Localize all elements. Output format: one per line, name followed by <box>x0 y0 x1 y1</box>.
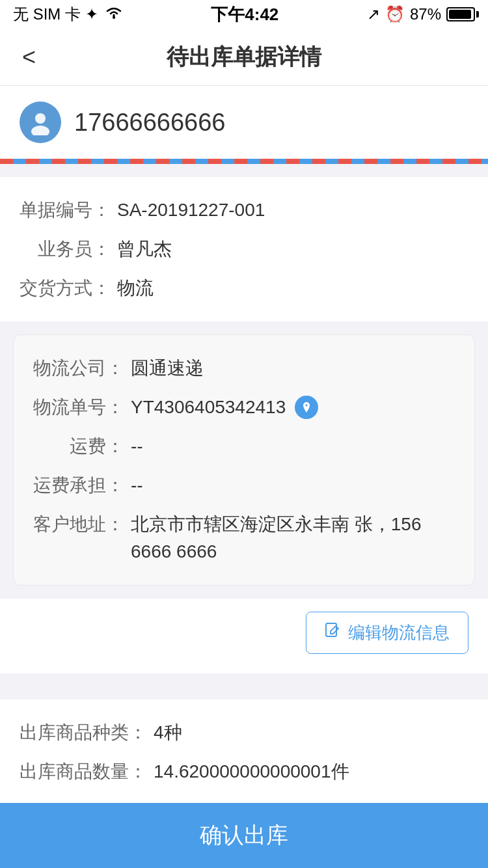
back-button[interactable]: < <box>16 37 42 77</box>
customer-header: 17666666666 <box>0 86 488 159</box>
logistics-address-row: 客户地址： 北京市市辖区海淀区永丰南 张，156 6666 6666 <box>33 511 455 565</box>
section-gap-1 <box>0 164 488 177</box>
nav-bar: < 待出库单据详情 <box>0 29 488 86</box>
sim-status: 无 SIM 卡 ✦ <box>13 4 98 25</box>
logistics-freight-bearer-label: 运费承担： <box>33 472 124 499</box>
document-info-section: 单据编号： SA-20191227-001 业务员： 曾凡杰 交货方式： 物流 <box>0 177 488 321</box>
svg-point-1 <box>35 113 46 124</box>
alarm-icon: ⏰ <box>385 5 405 23</box>
svg-point-0 <box>113 16 115 19</box>
battery-percent: 87% <box>410 5 441 23</box>
battery-icon <box>446 7 475 21</box>
document-number-value: SA-20191227-001 <box>117 197 468 224</box>
document-number-row: 单据编号： SA-20191227-001 <box>20 197 468 224</box>
delivery-value: 物流 <box>117 275 468 302</box>
dashed-divider <box>0 159 488 164</box>
logistics-card: 物流公司： 圆通速递 物流单号： YT43064053424​13 运费： --… <box>13 334 475 586</box>
location-status-icon: ↗ <box>367 5 380 23</box>
edit-logistics-button[interactable]: 编辑物流信息 <box>306 612 468 654</box>
confirm-button[interactable]: 确认出库 <box>0 803 488 868</box>
staff-row: 业务员： 曾凡杰 <box>20 236 468 263</box>
goods-quantity-label: 出库商品数量： <box>20 758 147 785</box>
logistics-tracking-value-container: YT43064053424​13 <box>131 394 455 421</box>
goods-type-label: 出库商品种类： <box>20 719 147 746</box>
logistics-address-label: 客户地址： <box>33 511 124 538</box>
logistics-freight-value: -- <box>131 433 455 460</box>
logistics-company-label: 物流公司： <box>33 355 124 382</box>
delivery-row: 交货方式： 物流 <box>20 275 468 302</box>
location-icon-button[interactable] <box>295 396 318 419</box>
staff-value: 曾凡杰 <box>117 236 468 263</box>
status-bar: 无 SIM 卡 ✦ 下午4:42 ↗ ⏰ 87% <box>0 0 488 29</box>
section-gap-2 <box>0 673 488 686</box>
logistics-freight-bearer-value: -- <box>131 472 455 499</box>
goods-type-value: 4种 <box>154 719 468 746</box>
confirm-button-label: 确认出库 <box>200 821 288 850</box>
edit-logistics-container: 编辑物流信息 <box>0 599 488 673</box>
goods-quantity-row: 出库商品数量： 14.620000000000001件 <box>20 758 468 785</box>
logistics-tracking-value: YT43064053424​13 <box>131 394 286 421</box>
page-title: 待出库单据详情 <box>167 42 321 72</box>
status-right: ↗ ⏰ 87% <box>367 5 475 23</box>
customer-phone: 17666666666 <box>74 109 225 137</box>
svg-point-2 <box>31 126 49 135</box>
goods-section: 出库商品种类： 4种 出库商品数量： 14.620000000000001件 <box>0 699 488 805</box>
document-number-label: 单据编号： <box>20 197 111 224</box>
logistics-freight-row: 运费： -- <box>33 433 455 460</box>
goods-type-row: 出库商品种类： 4种 <box>20 719 468 746</box>
staff-label: 业务员： <box>20 236 111 263</box>
logistics-company-value: 圆通速递 <box>131 355 455 382</box>
logistics-tracking-row: 物流单号： YT43064053424​13 <box>33 394 455 421</box>
delivery-label: 交货方式： <box>20 275 111 302</box>
logistics-freight-label: 运费： <box>33 433 124 460</box>
edit-icon <box>325 622 342 644</box>
logistics-freight-bearer-row: 运费承担： -- <box>33 472 455 499</box>
status-time: 下午4:42 <box>211 3 278 26</box>
goods-quantity-value: 14.620000000000001件 <box>154 758 468 785</box>
wifi-icon <box>105 5 123 23</box>
logistics-company-row: 物流公司： 圆通速递 <box>33 355 455 382</box>
logistics-address-value: 北京市市辖区海淀区永丰南 张，156 6666 6666 <box>131 511 455 565</box>
logistics-tracking-label: 物流单号： <box>33 394 124 421</box>
avatar <box>20 102 61 143</box>
status-left: 无 SIM 卡 ✦ <box>13 4 123 25</box>
edit-logistics-label: 编辑物流信息 <box>348 621 450 644</box>
